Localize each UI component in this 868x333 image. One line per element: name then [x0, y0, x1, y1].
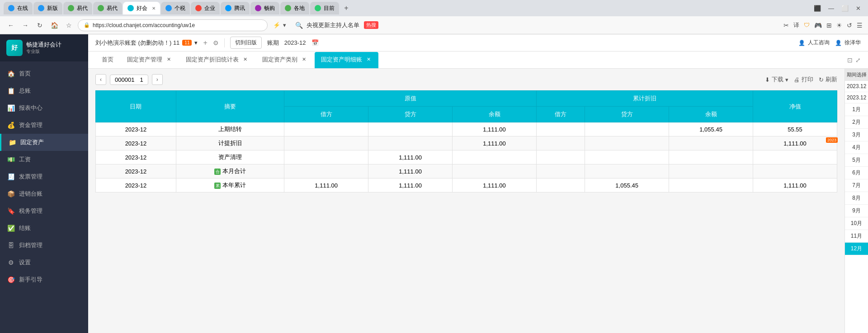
period-month-9[interactable]: 9月 — [845, 205, 868, 217]
tab-asset-detail-ledger[interactable]: 固定资产明细账 ✕ — [315, 52, 378, 68]
sidebar-item-home[interactable]: 🏠 首页 — [0, 65, 88, 82]
tab-expand-icon[interactable]: ⤢ — [855, 56, 861, 64]
sidebar-item-reports[interactable]: 📊 报表中心 — [0, 99, 88, 117]
tab-label-8: 畅购 — [264, 5, 275, 12]
tab-close-asset-detail-ledger[interactable]: ✕ — [365, 56, 372, 63]
shield-icon[interactable]: 🛡 — [804, 22, 810, 28]
new-tab-button[interactable]: + — [340, 2, 353, 14]
sun-icon[interactable]: ☀ — [836, 22, 842, 29]
sidebar-item-archive[interactable]: 🗄 归档管理 — [0, 237, 88, 254]
gamepad-icon[interactable]: 🎮 — [814, 22, 822, 29]
period-year-item-1[interactable]: 2023.12 — [845, 92, 868, 103]
browser-tab-5[interactable]: 个税 — [161, 2, 190, 14]
help-button[interactable]: 👤 人工咨询 — [798, 39, 830, 47]
bookmark-button[interactable]: ☆ — [63, 20, 74, 31]
refresh-button[interactable]: ↻ 刷新 — [819, 75, 837, 84]
browser-tab-4[interactable]: 好会 ✕ — [123, 2, 160, 14]
sidebar-label-archive: 归档管理 — [19, 241, 42, 249]
print-button[interactable]: 🖨 打印 — [794, 75, 813, 84]
more-icon[interactable]: ▾ — [283, 22, 286, 28]
browser-tab-7[interactable]: 腾讯 — [221, 2, 250, 14]
period-month-7[interactable]: 7月 — [845, 179, 868, 192]
translate-tool-icon[interactable]: 译 — [793, 21, 799, 29]
period-month-1[interactable]: 1月 — [845, 103, 868, 116]
browser-tab-10[interactable]: 目前 — [310, 2, 339, 14]
browser-tab-0[interactable]: 在线 — [4, 2, 33, 14]
tab-fixed-assets-mgmt[interactable]: 固定资产管理 ✕ — [121, 52, 179, 68]
period-edit-icon[interactable]: 📅 — [311, 39, 319, 46]
company-selector[interactable]: 刘小艳演示账套 (勿删勿动！) 11 11 ▾ — [95, 39, 198, 47]
browser-tab-8[interactable]: 畅购 — [250, 2, 279, 14]
tab-close-4[interactable]: ✕ — [152, 6, 156, 11]
period-month-6[interactable]: 6月 — [845, 167, 868, 179]
sidebar-item-general-ledger[interactable]: 📋 总账 — [0, 82, 88, 99]
menu-icon[interactable]: ☰ — [857, 22, 863, 29]
extensions-icon[interactable]: ⬛ — [814, 5, 821, 12]
sidebar-item-closing[interactable]: ✅ 结账 — [0, 220, 88, 237]
translate-icon[interactable]: ⚡ — [273, 22, 280, 28]
period-year-item-0[interactable]: 2023.12 — [845, 81, 868, 92]
company-settings-icon[interactable]: ⚙ — [213, 39, 219, 47]
period-month-12[interactable]: 12月 — [845, 243, 868, 255]
reload-button[interactable]: ↻ — [34, 20, 45, 31]
period-month-5[interactable]: 5月 — [845, 154, 868, 167]
user-profile[interactable]: 👤 徐泽华 — [835, 39, 861, 47]
th-accum-balance: 余额 — [669, 107, 753, 122]
row4-date: 2023-12 — [96, 178, 176, 192]
sidebar-item-settings[interactable]: ⚙ 设置 — [0, 254, 88, 271]
period-month-3[interactable]: 3月 — [845, 129, 868, 141]
minimize-icon[interactable]: — — [828, 5, 834, 12]
forward-button[interactable]: → — [20, 20, 31, 31]
switch-version-button[interactable]: 切到旧版 — [230, 37, 262, 49]
row3-accum-credit — [585, 164, 669, 178]
tab-label-7: 腾讯 — [234, 5, 245, 12]
add-company-icon[interactable]: + — [203, 39, 207, 47]
tab-asset-category[interactable]: 固定资产类别 ✕ — [256, 52, 314, 68]
close-window-icon[interactable]: ✕ — [856, 5, 861, 12]
tab-label-2: 易代 — [77, 5, 88, 12]
sidebar-item-funds[interactable]: 💰 资金管理 — [0, 117, 88, 134]
page-number: 1 — [140, 76, 143, 83]
sidebar-label-closing: 结账 — [19, 224, 31, 232]
sidebar-item-purchase-sales[interactable]: 📦 进销台账 — [0, 185, 88, 202]
period-month-11[interactable]: 11月 — [845, 230, 868, 243]
sidebar-item-invoices[interactable]: 🧾 发票管理 — [0, 168, 88, 185]
browser-tab-9[interactable]: 各地 — [280, 2, 309, 14]
maximize-icon[interactable]: ⬜ — [841, 5, 849, 12]
browser-tab-1[interactable]: 新版 — [33, 2, 62, 14]
tab-close-fixed-assets-mgmt[interactable]: ✕ — [165, 56, 172, 63]
browser-tab-3[interactable]: 易代 — [93, 2, 122, 14]
sidebar-item-payroll[interactable]: 💵 工资 — [0, 151, 88, 168]
sidebar-item-tax[interactable]: 🔖 税务管理 — [0, 202, 88, 220]
undo-icon[interactable]: ↺ — [847, 22, 852, 29]
row1-accum-debit — [536, 136, 585, 150]
tab-depreciation-stats[interactable]: 固定资产折旧统计表 ✕ — [179, 52, 255, 68]
prev-page-button[interactable]: ‹ — [95, 74, 106, 85]
period-month-8[interactable]: 8月 — [845, 192, 868, 205]
sidebar-item-guide[interactable]: 🎯 新手引导 — [0, 271, 88, 288]
tab-label-5: 个税 — [175, 5, 185, 12]
tab-close-depreciation-stats[interactable]: ✕ — [241, 56, 249, 63]
url-bar[interactable]: 🔒 https://cloud.chanjet.com/accounting/u… — [78, 19, 268, 31]
scissors-icon[interactable]: ✂ — [783, 22, 789, 29]
tab-home[interactable]: 首页 — [95, 52, 120, 68]
table-row: 2023-12 累本年累计 1,111.00 1,111.00 1,111.00… — [96, 178, 837, 192]
content-area: ‹ 000001 1 › ⬇ 下载 — [88, 69, 868, 333]
tab-label-9: 各地 — [294, 5, 305, 12]
grid-icon[interactable]: ⊞ — [826, 22, 832, 29]
period-month-10[interactable]: 10月 — [845, 217, 868, 230]
row2-orig-balance — [453, 150, 537, 164]
browser-tab-2[interactable]: 易代 — [63, 2, 92, 14]
home-button[interactable]: 🏠 — [49, 20, 60, 31]
next-page-button[interactable]: › — [152, 74, 163, 85]
period-month-4[interactable]: 4月 — [845, 141, 868, 154]
tab-close-asset-category[interactable]: ✕ — [300, 56, 307, 63]
browser-tab-6[interactable]: 企业 — [191, 2, 220, 14]
back-button[interactable]: ← — [5, 20, 16, 31]
sidebar-item-fixed-assets[interactable]: 📁 固定资产 — [0, 134, 88, 151]
period-month-2[interactable]: 2月 — [845, 116, 868, 129]
tab-collapse-icon[interactable]: ⊡ — [847, 56, 853, 64]
row2-accum-credit — [585, 150, 669, 164]
row0-orig-debit — [284, 122, 368, 136]
download-button[interactable]: ⬇ 下载 ▾ — [765, 75, 788, 84]
